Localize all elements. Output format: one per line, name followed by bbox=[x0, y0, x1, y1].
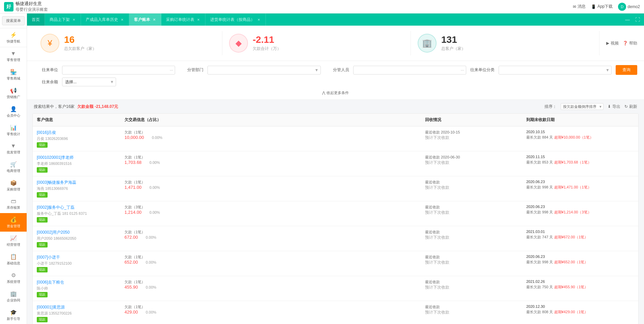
sidebar-item-basic[interactable]: 📋 基础信息 bbox=[0, 250, 27, 269]
filter-balance-label: 往来余额 bbox=[34, 79, 58, 85]
export-btn[interactable]: ⬇ 导出 bbox=[608, 104, 620, 110]
member-icon: 👤 bbox=[10, 106, 17, 112]
debt-amount-3[interactable]: 1,214.00 bbox=[124, 210, 142, 215]
refresh-btn[interactable]: ↻ 刷新 bbox=[624, 104, 637, 110]
filter-unit-category-label: 往来单位分类 bbox=[470, 67, 495, 73]
sidebar-item-purchase[interactable]: 📦 采购管理 bbox=[0, 176, 27, 195]
app-download-btn[interactable]: 📱 App下载 bbox=[591, 4, 613, 9]
tab-expand-btn[interactable]: ⛶ bbox=[634, 16, 641, 24]
sidebar-label-ops: 经营管理 bbox=[7, 242, 20, 247]
search-menu-btn[interactable]: 搜索菜单 bbox=[2, 16, 25, 25]
overdue-badge-1[interactable]: 超期¥1,703.68（1笔） bbox=[554, 160, 591, 164]
stat-item-debt-total: ◆ -2.11 欠款合计（万） bbox=[222, 31, 411, 55]
video-btn[interactable]: ▶ 视频 bbox=[606, 40, 619, 46]
sidebar-item-corp[interactable]: 🏢 企业协同 bbox=[0, 287, 27, 306]
debt-amount-7[interactable]: 429.00 bbox=[124, 310, 138, 315]
overdue-days-3: 最长欠款 998 天 bbox=[526, 210, 554, 214]
tab-home[interactable]: 首页 bbox=[27, 13, 45, 26]
sidebar-label-inventory: 库存核算 bbox=[7, 205, 20, 210]
customer-name-7[interactable]: [000001]黄思源 bbox=[37, 304, 124, 310]
sidebar-item-quick-nav[interactable]: ⚡ 快捷导航 bbox=[0, 28, 27, 47]
quick-nav-icon: ⚡ bbox=[10, 32, 17, 38]
help-btn[interactable]: ❓ 帮助 bbox=[623, 40, 637, 46]
next-collection-2: 预计下次收款 bbox=[425, 185, 526, 190]
tab-stock-stats[interactable]: 进货单统计表（按商品）✕ bbox=[205, 13, 266, 26]
sidebar-item-ecom[interactable]: 🛒 电商管理 bbox=[0, 158, 27, 176]
sidebar-item-inventory[interactable]: 🗃 库存核算 bbox=[0, 195, 27, 213]
overdue-cell-2: 2020.06.23 最长欠款 998 天 超期¥1,471.00（1笔） bbox=[526, 180, 634, 190]
tab-label-product-history: 产成品入库单历史 bbox=[86, 17, 118, 23]
sidebar-item-ops[interactable]: 📈 经营管理 bbox=[0, 232, 27, 250]
customer-tag-7: 现款 bbox=[37, 317, 48, 322]
customer-name-1[interactable]: [0001020001]李老师 bbox=[37, 155, 124, 160]
filter-source-unit-input[interactable] bbox=[62, 66, 175, 75]
debt-amount-5[interactable]: 652.00 bbox=[124, 260, 138, 265]
overdue-badge-0[interactable]: 超期¥10,000.00（1笔） bbox=[554, 135, 593, 139]
customer-name-2[interactable]: [0003]畅捷服务尹海蕊 bbox=[37, 180, 124, 185]
filter-balance-select[interactable]: 选择... bbox=[62, 78, 116, 86]
top-bar-right: ✉ 消息 📱 App下载 D demo2 bbox=[573, 3, 640, 11]
sidebar-item-retail-mgmt[interactable]: ▼ 零售管理 bbox=[0, 47, 27, 65]
logo-text: 畅捷通好生意 bbox=[16, 1, 48, 7]
customer-name-0[interactable]: [0016]吕俊 bbox=[37, 130, 124, 136]
debt-amount-1[interactable]: 1,703.68 bbox=[124, 160, 142, 165]
sidebar-label-member: 会员中心 bbox=[7, 113, 20, 118]
search-button[interactable]: 查询 bbox=[616, 65, 637, 75]
customer-tag-5: 现款 bbox=[37, 267, 48, 272]
overdue-badge-3[interactable]: 超期¥1,214.00（3笔） bbox=[554, 210, 591, 214]
sort-select[interactable]: 按欠款金额倒序排序 bbox=[561, 103, 604, 110]
overdue-badge-6[interactable]: 超期¥455.90（1笔） bbox=[554, 285, 588, 289]
retail-mall-icon: 🏪 bbox=[10, 69, 17, 75]
debt-amount-0[interactable]: 10,000.00 bbox=[124, 135, 144, 140]
sidebar-item-retail-mall[interactable]: 🏪 零售商城 bbox=[0, 65, 27, 84]
tab-minimize-btn[interactable]: — bbox=[624, 16, 631, 24]
customer-sub-2: 海燕 18513066976 bbox=[37, 186, 124, 191]
overdue-badge-7[interactable]: 超期¥429.00（1笔） bbox=[554, 310, 588, 314]
tab-close-product-history[interactable]: ✕ bbox=[120, 17, 124, 22]
overdue-badge-2[interactable]: 超期¥1,471.00（1笔） bbox=[554, 185, 591, 189]
next-collection-3: 预计下次收款 bbox=[425, 210, 526, 215]
tab-close-customer-account[interactable]: ✕ bbox=[152, 17, 156, 22]
sidebar-item-batch-mgmt[interactable]: ▼ 批发管理 bbox=[0, 140, 27, 158]
sidebar-item-retail-stats[interactable]: 📊 零售统计 bbox=[0, 121, 27, 140]
customer-name-5[interactable]: [0007]小迸干 bbox=[37, 255, 124, 260]
table-container: 客户信息 欠交易信息（占比） 回收情况 到期未收款日期 [0016]吕俊 吕俊 … bbox=[32, 113, 639, 324]
overdue-badge-4[interactable]: 超期¥672.00（1笔） bbox=[554, 235, 588, 239]
sidebar-item-marketing[interactable]: 📢 营销推广 bbox=[0, 84, 27, 102]
tab-close-product-offline[interactable]: ✕ bbox=[72, 17, 76, 22]
tab-purchase-order[interactable]: 采购订单统计表✕ bbox=[161, 13, 205, 26]
tab-product-offline[interactable]: 商品上下架✕ bbox=[45, 13, 81, 26]
user-menu[interactable]: D demo2 bbox=[618, 3, 640, 11]
overdue-date-6: 2021.02.26 bbox=[526, 279, 634, 284]
debt-pct-0: 0.00% bbox=[152, 136, 162, 140]
filter-unit-category-select[interactable] bbox=[499, 66, 612, 75]
tab-close-stock-stats[interactable]: ✕ bbox=[257, 17, 261, 22]
overdue-days-5: 最长欠款 998 天 bbox=[526, 260, 554, 264]
debt-amount-6[interactable]: 455.90 bbox=[124, 285, 138, 290]
tab-close-purchase-order[interactable]: ✕ bbox=[196, 17, 200, 22]
debt-cell-3: 欠款（3笔） 1,214.00 0.00% bbox=[124, 205, 425, 215]
sidebar-item-capital[interactable]: 💰 资金管理 bbox=[0, 213, 27, 232]
sidebar-label-batch-mgmt: 批发管理 bbox=[7, 150, 20, 154]
sidebar-label-corp: 企业协同 bbox=[7, 298, 20, 302]
customer-name-4[interactable]: [000002]用户2050 bbox=[37, 230, 124, 235]
message-btn[interactable]: ✉ 消息 bbox=[573, 4, 586, 9]
debt-amount-2[interactable]: 1,471.00 bbox=[124, 185, 142, 190]
customer-name-3[interactable]: [0002]服务中心_丁磊 bbox=[37, 205, 124, 210]
filter-manager-input[interactable] bbox=[353, 66, 466, 75]
sidebar-item-newbie[interactable]: 🎓 新手引导 bbox=[0, 306, 27, 324]
collapse-btn[interactable]: ⋀ 收起更多条件 bbox=[322, 90, 349, 95]
debt-amount-4[interactable]: 672.00 bbox=[124, 235, 138, 240]
customer-sub-7: 黄思源 13552700226 bbox=[37, 311, 124, 316]
customer-tag-4: 现款 bbox=[37, 242, 48, 247]
latest-collection-1: 最近收款 2020-06-30 bbox=[425, 155, 526, 160]
sidebar-item-system[interactable]: ⚙ 系统管理 bbox=[0, 269, 27, 287]
tab-customer-account[interactable]: 客户账本✕ bbox=[129, 13, 161, 26]
latest-collection-7: 最近收款 bbox=[425, 304, 526, 310]
overdue-badge-5[interactable]: 超期¥652.00（1笔） bbox=[554, 260, 588, 264]
overdue-info-4: 最长欠款 747 天 超期¥672.00（1笔） bbox=[526, 235, 634, 240]
customer-name-6[interactable]: [0006]去下粮仓 bbox=[37, 279, 124, 285]
filter-dept-select[interactable] bbox=[207, 66, 320, 75]
tab-product-history[interactable]: 产成品入库单历史✕ bbox=[81, 13, 129, 26]
sidebar-item-member[interactable]: 👤 会员中心 bbox=[0, 102, 27, 121]
